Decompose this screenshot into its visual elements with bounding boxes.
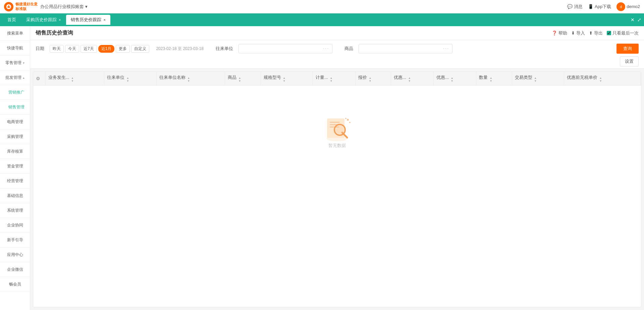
th-discount1-label: 优惠... — [394, 75, 406, 80]
settings-button[interactable]: 设置 — [620, 56, 639, 66]
workspace-name: 办公用品行业模拟账套 — [40, 4, 84, 10]
date-btn-custom[interactable]: 自定义 — [131, 45, 149, 53]
counterparty-filter: 往来单位 — [216, 46, 233, 52]
table-container: ⚙ 业务发生... ▲▼ 往来单位 ▲▼ 往来单位名称 ▲▼ — [33, 71, 641, 307]
sidebar-item-inventory[interactable]: 库存核算 — [0, 144, 30, 159]
page-title: 销售历史价查询 — [36, 30, 73, 37]
tab-close-all-icon[interactable]: ✕ — [631, 17, 635, 22]
user-profile[interactable]: d demo2 — [616, 2, 640, 11]
empty-state-row: 暂无数据 — [33, 86, 641, 176]
sidebar-item-system-mgmt[interactable]: 系统管理 — [0, 203, 30, 218]
tab-maximize-icon[interactable]: ⤢ — [637, 17, 641, 22]
tab-sales-history[interactable]: 销售历史价跟踪 × — [66, 15, 110, 25]
sidebar-item-retail-mgmt[interactable]: 零售管理 ▾ — [0, 56, 30, 70]
th-discount2[interactable]: 优惠... ▲▼ — [434, 72, 476, 86]
sidebar-item-operations-mgmt[interactable]: 经营管理 — [0, 174, 30, 189]
basic-info-label: 基础信息 — [7, 193, 23, 199]
only-last-checkbox-area[interactable]: 只看最后一次 — [607, 30, 639, 36]
th-discount1[interactable]: 优惠... ▲▼ — [391, 72, 434, 86]
content-area: 销售历史价查询 ❓ 帮助 ⬇ 导入 ⬆ 导出 只看最后一次 — [30, 26, 644, 310]
tab-sales-history-close[interactable]: × — [103, 18, 105, 22]
date-btn-more[interactable]: 更多 — [116, 45, 130, 53]
th-trade-type[interactable]: 交易类型 ▲▼ — [512, 72, 564, 86]
goods-filter: 商品 — [344, 46, 353, 52]
counterparty-input[interactable]: ··· — [238, 44, 332, 53]
app-download-button[interactable]: 📱 App下载 — [588, 4, 611, 10]
th-discount2-label: 优惠... — [436, 75, 449, 80]
operations-mgmt-label: 经营管理 — [7, 178, 23, 184]
sidebar-item-ecommerce-mgmt[interactable]: 电商管理 — [0, 115, 30, 130]
svg-point-7 — [336, 126, 344, 134]
date-range-text: 2023-02-18 至 2023-03-18 — [156, 46, 203, 52]
goods-input[interactable]: ··· — [359, 44, 452, 53]
filter-row-1: 日期 昨天 今天 近7天 近1月 更多 自定义 2023-02-18 至 202… — [36, 44, 639, 54]
sidebar-item-search-menu[interactable]: 搜索菜单 — [0, 26, 30, 41]
discount2-sort-icon: ▲▼ — [451, 76, 453, 83]
date-buttons: 昨天 今天 近7天 近1月 更多 自定义 — [50, 45, 149, 53]
sidebar-item-enterprise-coop[interactable]: 企业协同 — [0, 218, 30, 233]
th-counterparty-name-label: 往来单位名称 — [159, 75, 185, 80]
th-spec[interactable]: 规格型号 ▲▼ — [261, 72, 313, 86]
empty-svg — [320, 112, 354, 143]
import-button[interactable]: ⬇ 导入 — [571, 30, 585, 36]
svg-rect-2 — [330, 122, 340, 123]
export-button[interactable]: ⬆ 导出 — [589, 30, 603, 36]
sidebar-item-enterprise-wechat[interactable]: 企业微信 — [0, 262, 30, 277]
sales-mgmt-label: 销售管理 — [8, 104, 24, 110]
th-pretax-price[interactable]: 优惠前无税单价 ▲▼ — [564, 72, 641, 86]
only-last-checkbox[interactable] — [607, 31, 611, 35]
date-btn-today[interactable]: 今天 — [65, 45, 79, 53]
quantity-sort-icon: ▲▼ — [490, 76, 492, 83]
sidebar: 搜索菜单 快捷导航 零售管理 ▾ 批发管理 ▴ 营销推广 销售管理 电商管理 采… — [0, 26, 30, 310]
table-settings-gear-icon[interactable]: ⚙ — [36, 76, 40, 81]
enterprise-wechat-label: 企业微信 — [7, 267, 23, 272]
tab-home-label: 首页 — [7, 17, 16, 23]
empty-illustration — [320, 112, 354, 143]
sidebar-item-sales-mgmt[interactable]: 销售管理 — [0, 100, 30, 115]
th-settings: ⚙ — [33, 72, 45, 86]
query-button[interactable]: 查询 — [616, 44, 639, 54]
goods-dots: ··· — [443, 46, 449, 52]
import-icon: ⬇ — [571, 31, 575, 36]
tab-purchase-history[interactable]: 采购历史价跟踪 × — [21, 15, 65, 25]
trade-type-sort-icon: ▲▼ — [534, 76, 537, 83]
date-btn-yesterday[interactable]: 昨天 — [50, 45, 64, 53]
th-biz-date[interactable]: 业务发生... ▲▼ — [45, 72, 104, 86]
app-logo-text: 畅捷通好生意 标准版 — [15, 2, 38, 11]
th-counterparty-name[interactable]: 往来单位名称 ▲▼ — [156, 72, 225, 86]
th-quantity[interactable]: 数量 ▲▼ — [476, 72, 512, 86]
tab-home[interactable]: 首页 — [3, 15, 21, 25]
wholesale-mgmt-arrow: ▴ — [23, 76, 24, 80]
page-header: 销售历史价查询 ❓ 帮助 ⬇ 导入 ⬆ 导出 只看最后一次 — [30, 26, 644, 40]
sidebar-item-wholesale-mgmt[interactable]: 批发管理 ▴ — [0, 70, 30, 85]
tab-purchase-history-close[interactable]: × — [59, 18, 61, 22]
workspace-selector[interactable]: 办公用品行业模拟账套 ▾ — [40, 4, 88, 10]
th-goods[interactable]: 商品 ▲▼ — [225, 72, 261, 86]
filter-actions: 查询 — [616, 44, 639, 54]
th-unit[interactable]: 计量... ▲▼ — [313, 72, 356, 86]
table-header-row: ⚙ 业务发生... ▲▼ 往来单位 ▲▼ 往来单位名称 ▲▼ — [33, 72, 641, 86]
sidebar-item-app-center[interactable]: 应用中心 — [0, 248, 30, 262]
counterparty-dots: ··· — [323, 46, 329, 52]
th-unit-label: 计量... — [316, 75, 328, 80]
sidebar-item-member[interactable]: 畅会员 — [0, 277, 30, 292]
svg-point-10 — [345, 118, 346, 119]
date-btn-7days[interactable]: 近7天 — [80, 45, 97, 53]
spec-sort-icon: ▲▼ — [283, 76, 285, 83]
biz-date-sort-icon: ▲▼ — [71, 76, 74, 83]
sidebar-item-quick-nav[interactable]: 快捷导航 — [0, 41, 30, 56]
sidebar-item-finance-mgmt[interactable]: 资金管理 — [0, 159, 30, 174]
retail-mgmt-label: 零售管理 — [5, 60, 21, 66]
counterparty-label: 往来单位 — [216, 46, 233, 52]
sidebar-item-basic-info[interactable]: 基础信息 — [0, 189, 30, 203]
message-button[interactable]: 💬 消息 — [567, 4, 583, 10]
counterparty-name-sort-icon: ▲▼ — [187, 76, 190, 83]
th-counterparty-code[interactable]: 往来单位 ▲▼ — [104, 72, 156, 86]
date-btn-1month[interactable]: 近1月 — [98, 45, 115, 53]
user-avatar: d — [616, 2, 625, 11]
sidebar-item-purchase-mgmt[interactable]: 采购管理 — [0, 130, 30, 144]
th-quoted-price[interactable]: 报价 ▲▼ — [355, 72, 391, 86]
help-button[interactable]: ❓ 帮助 — [552, 30, 567, 36]
sidebar-item-marketing[interactable]: 营销推广 — [0, 85, 30, 100]
sidebar-item-new-guide[interactable]: 新手引导 — [0, 233, 30, 248]
